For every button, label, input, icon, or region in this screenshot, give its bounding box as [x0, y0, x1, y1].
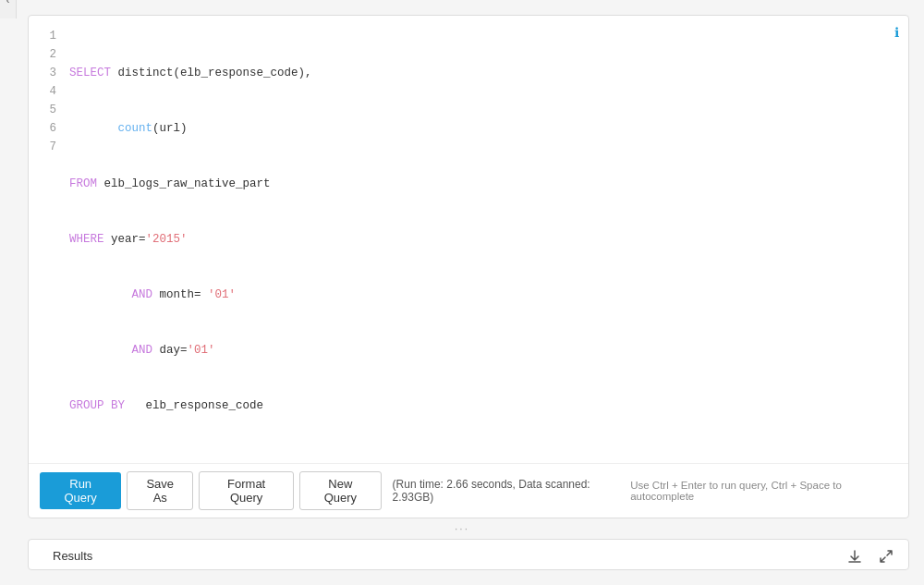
results-panel: Results elb_respo: [28, 539, 909, 570]
info-icon[interactable]: ℹ: [894, 25, 899, 40]
query-panel: ℹ 1 2 3 4 5 6 7 SELECT distinct(elb_resp…: [28, 15, 909, 518]
expand-icon[interactable]: [875, 545, 897, 567]
save-as-button[interactable]: Save As: [127, 471, 193, 510]
run-query-button[interactable]: Run Query: [40, 472, 121, 509]
new-query-button[interactable]: New Query: [299, 471, 381, 510]
line-numbers: 1 2 3 4 5 6 7: [29, 27, 66, 452]
code-editor[interactable]: 1 2 3 4 5 6 7 SELECT distinct(elb_respon…: [29, 16, 908, 463]
results-actions: [844, 545, 897, 567]
download-icon[interactable]: [844, 545, 866, 567]
run-info: (Run time: 2.66 seconds, Data scanned: 2…: [393, 478, 626, 504]
code-content[interactable]: SELECT distinct(elb_response_code), coun…: [66, 27, 908, 452]
results-tab[interactable]: Results: [40, 540, 105, 570]
resize-divider[interactable]: ···: [0, 518, 924, 539]
main-container: ‹ ℹ 1 2 3 4 5 6 7 SELECT distinct(elb_re…: [0, 0, 924, 585]
nav-arrow[interactable]: ‹: [0, 0, 17, 18]
results-header: Results: [29, 540, 908, 570]
format-query-button[interactable]: Format Query: [199, 471, 294, 510]
hint-text: Use Ctrl + Enter to run query, Ctrl + Sp…: [630, 480, 897, 502]
query-toolbar: Run Query Save As Format Query New Query…: [29, 463, 908, 518]
